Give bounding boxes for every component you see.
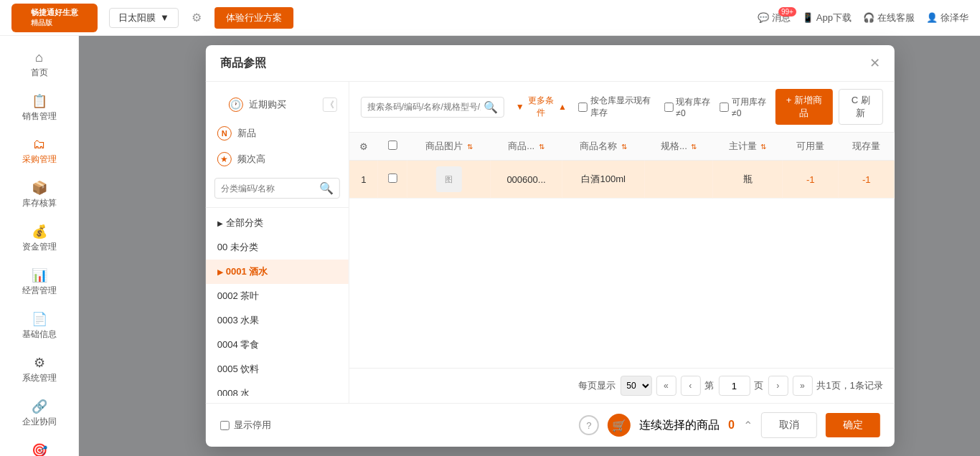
cart-button[interactable]: 🛒: [608, 414, 631, 437]
sidebar-item-purchase[interactable]: 🗂 采购管理: [0, 130, 78, 173]
sidebar-item-enterprise[interactable]: 🔗 企业协同: [0, 391, 78, 435]
checkbox-available-nonzero-input[interactable]: [720, 103, 729, 112]
category-tea-label: 0002 茶叶: [217, 290, 260, 303]
category-liquor[interactable]: ▶ 0001 酒水: [206, 260, 349, 284]
product-table-container: ⚙ 商品图片 ⇅ 商品... ⇅: [349, 133, 895, 368]
show-disabled-label[interactable]: 显示停用: [220, 419, 271, 432]
category-water-label: 0008 水: [217, 387, 250, 396]
sidebar-item-guide[interactable]: 🎯 新手引导: [0, 435, 78, 456]
search-submit-icon[interactable]: 🔍: [484, 100, 498, 114]
checkbox-stock-nonzero[interactable]: 现有库存≠0: [664, 96, 714, 118]
sidebar-label-home: 首页: [31, 67, 48, 79]
app-download-item[interactable]: 📱 App下载: [802, 11, 852, 24]
shortcut-new-label: 新品: [237, 127, 256, 140]
store-selector[interactable]: 日太阳膜 ▼: [109, 8, 179, 28]
next-page-button[interactable]: ›: [768, 376, 788, 396]
row-stock: -1: [839, 161, 895, 199]
collapse-button[interactable]: 《: [323, 98, 337, 112]
sort-image-icon[interactable]: ⇅: [467, 143, 473, 151]
first-page-button[interactable]: «: [656, 376, 676, 396]
category-tea[interactable]: 0002 茶叶: [206, 284, 349, 308]
category-water[interactable]: 0008 水: [206, 381, 349, 396]
sidebar-item-finance[interactable]: 💰 资金管理: [0, 217, 78, 260]
confirm-button[interactable]: 确定: [826, 413, 880, 437]
filter-button[interactable]: ▼ 更多条件 ▲: [510, 92, 573, 122]
checkbox-stock-nonzero-input[interactable]: [664, 103, 673, 112]
product-panel: 🔍 ▼ 更多条件 ▲ 按仓库显示现有库存: [349, 82, 895, 403]
category-search-input[interactable]: [221, 184, 316, 194]
sort-spec-icon[interactable]: ⇅: [691, 143, 697, 151]
modal-title: 商品参照: [220, 56, 266, 71]
shortcut-recent[interactable]: 🕐 近期购买: [217, 92, 298, 118]
category-search-box[interactable]: 🔍: [215, 178, 340, 199]
enterprise-icon: 🔗: [32, 399, 47, 414]
sidebar-item-home[interactable]: ⌂ 首页: [0, 43, 78, 86]
sidebar-label-basics: 基础信息: [22, 328, 57, 341]
page-area: 商品参照 ✕ 🕐 近期购买 《: [79, 36, 980, 456]
row-select-checkbox[interactable]: [388, 174, 397, 183]
checkbox-available-nonzero[interactable]: 可用库存≠0: [720, 96, 770, 118]
category-beverage[interactable]: 0005 饮料: [206, 357, 349, 381]
table-row[interactable]: 1 图 000600... 白酒100ml 瓶 -1: [349, 161, 895, 199]
sidebar-item-system[interactable]: ⚙ 系统管理: [0, 348, 78, 391]
username: 徐泽华: [941, 11, 969, 24]
shortcut-recent-label: 近期购买: [249, 98, 286, 111]
col-name: 商品名称 ⇅: [562, 133, 645, 161]
sort-code-icon[interactable]: ⇅: [539, 143, 545, 151]
row-code: 000600...: [491, 161, 562, 199]
chevron-up-icon[interactable]: ⌃: [743, 419, 753, 432]
sidebar-item-operation[interactable]: 📊 经营管理: [0, 260, 78, 304]
sort-name-icon[interactable]: ⇅: [621, 143, 627, 151]
shortcut-list: 🕐 近期购买 《 N 新品 ★ 频次高: [206, 89, 349, 172]
settings-icon[interactable]: ⚙: [186, 7, 207, 29]
messages-item[interactable]: 💬 消息 99+: [758, 11, 791, 24]
shortcut-frequent-label: 频次高: [237, 153, 265, 166]
product-search-box[interactable]: 🔍: [361, 97, 504, 118]
per-page-select[interactable]: 50: [620, 376, 651, 396]
row-seq: 1: [349, 161, 378, 199]
page-suffix: 页: [754, 379, 763, 392]
category-fruit[interactable]: 0003 水果: [206, 308, 349, 333]
help-icon-button[interactable]: ?: [579, 415, 599, 435]
modal-footer: 显示停用 ? 🛒 连续选择的商品 0 ⌃ 取消 确定: [206, 403, 895, 447]
headset-icon: 🎧: [863, 12, 875, 23]
category-all[interactable]: ▶ 全部分类: [206, 211, 349, 235]
avatar-icon: 👤: [926, 12, 938, 23]
sidebar-item-sales[interactable]: 📋 销售管理: [0, 86, 78, 130]
sidebar-label-inventory: 库存核算: [22, 197, 57, 209]
prev-page-button[interactable]: ‹: [680, 376, 700, 396]
user-avatar[interactable]: 👤 徐泽华: [926, 11, 969, 24]
category-all-label: 全部分类: [226, 217, 263, 229]
category-divider: [206, 207, 349, 208]
product-thumbnail: 图: [436, 166, 462, 192]
guide-icon: 🎯: [32, 442, 47, 456]
row-available: -1: [783, 161, 839, 199]
refresh-button[interactable]: C 刷新: [839, 89, 883, 125]
category-uncategorized[interactable]: 00 未分类: [206, 235, 349, 260]
sidebar-item-basics[interactable]: 📄 基础信息: [0, 304, 78, 348]
add-product-button[interactable]: + 新增商品: [776, 89, 833, 125]
product-search-input[interactable]: [367, 102, 481, 112]
col-available: 可用量: [783, 133, 839, 161]
cancel-button[interactable]: 取消: [761, 412, 817, 438]
sidebar-item-inventory[interactable]: 📦 库存核算: [0, 173, 78, 217]
checkbox-warehouse[interactable]: 按仓库显示现有库存: [578, 95, 658, 119]
online-service-item[interactable]: 🎧 在线客服: [863, 11, 915, 24]
shortcut-frequent[interactable]: ★ 频次高: [206, 146, 349, 172]
row-checkbox[interactable]: [378, 161, 407, 199]
show-disabled-checkbox[interactable]: [220, 421, 230, 430]
shortcut-new[interactable]: N 新品: [206, 120, 349, 146]
last-page-button[interactable]: »: [792, 376, 812, 396]
select-all-checkbox[interactable]: [388, 141, 397, 150]
app-logo: 畅捷通好生意 精品版: [11, 4, 98, 32]
category-snack-label: 0004 零食: [217, 338, 260, 351]
category-snack[interactable]: 0004 零食: [206, 333, 349, 357]
experience-button[interactable]: 体验行业方案: [215, 7, 293, 29]
sidebar-label-operation: 经营管理: [22, 285, 57, 297]
logo-line1: 畅捷通好生意: [31, 7, 78, 18]
sort-unit-icon[interactable]: ⇅: [760, 143, 766, 151]
modal-close-button[interactable]: ✕: [870, 55, 880, 71]
checkbox-warehouse-input[interactable]: [578, 103, 588, 112]
page-input[interactable]: [718, 376, 750, 396]
col-settings[interactable]: ⚙: [349, 133, 378, 161]
